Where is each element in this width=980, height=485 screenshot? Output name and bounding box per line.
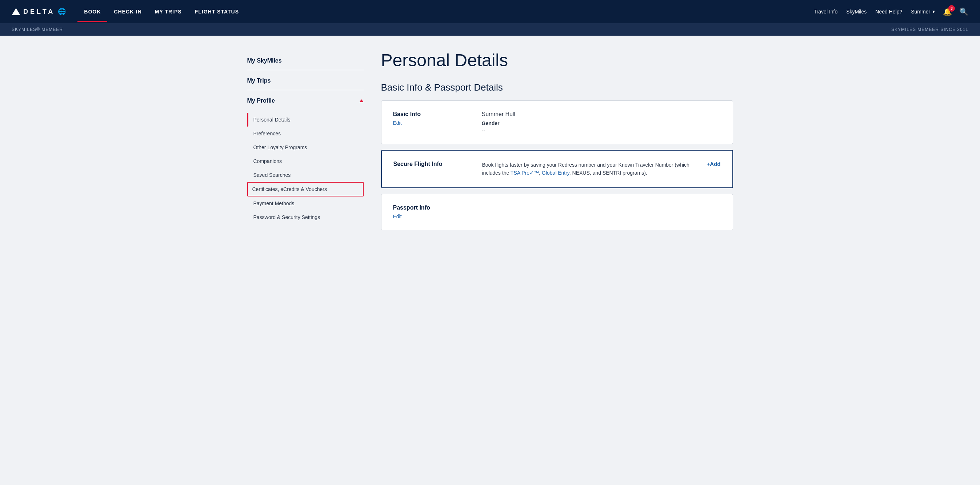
nav-item-skymiles[interactable]: SkyMiles	[846, 8, 867, 15]
page-container: My SkyMiles My Trips My Profile Personal…	[235, 36, 745, 251]
member-status-text: SKYMILES® MEMBER	[12, 27, 63, 32]
add-secure-flight-link[interactable]: +Add	[707, 161, 721, 167]
nav-item-checkin[interactable]: CHECK-IN	[107, 2, 148, 22]
sidebar-item-personal-details[interactable]: Personal Details	[247, 113, 364, 127]
user-caret-icon: ▼	[932, 10, 935, 14]
nav-item-book[interactable]: BOOK	[78, 2, 107, 22]
sidebar-item-saved-searches[interactable]: Saved Searches	[247, 168, 364, 182]
main-content: Personal Details Basic Info & Passport D…	[381, 50, 733, 236]
sidebar-item-password-security[interactable]: Password & Security Settings	[247, 210, 364, 224]
delta-triangle-icon	[12, 8, 21, 15]
global-entry-link[interactable]: Global Entry	[542, 170, 570, 176]
logo-area[interactable]: DELTA 🌐	[12, 8, 66, 16]
gender-value: --	[482, 128, 721, 134]
sidebar-profile-header[interactable]: My Profile	[247, 90, 364, 110]
passport-info-label: Passport Info	[393, 204, 473, 211]
search-icon[interactable]: 🔍	[959, 7, 968, 16]
globe-icon: 🌐	[58, 8, 66, 16]
sidebar-item-companions[interactable]: Companions	[247, 154, 364, 168]
nav-item-needhelp[interactable]: Need Help?	[875, 8, 902, 15]
secure-flight-label: Secure Flight Info	[393, 161, 474, 168]
trips-label: My Trips	[247, 78, 271, 84]
sidebar-skymiles-link[interactable]: My SkyMiles	[247, 50, 364, 70]
secondary-nav-links: Travel Info SkyMiles Need Help?	[814, 8, 902, 15]
passport-info-card: Passport Info Edit	[381, 194, 733, 230]
main-nav-links: BOOK CHECK-IN MY TRIPS FLIGHT STATUS	[78, 2, 245, 22]
basic-info-label: Basic Info	[393, 111, 473, 118]
sidebar-section-profile: My Profile Personal Details Preferences …	[247, 90, 364, 227]
secure-flight-card: Secure Flight Info Book flights faster b…	[381, 150, 733, 188]
sidebar-item-certificates[interactable]: Certificates, eCredits & Vouchers	[247, 182, 364, 196]
passport-info-label-col: Passport Info Edit	[393, 204, 473, 220]
top-navigation: DELTA 🌐 BOOK CHECK-IN MY TRIPS FLIGHT ST…	[0, 0, 980, 23]
passport-edit-link[interactable]: Edit	[393, 214, 402, 219]
secure-flight-action: +Add	[707, 161, 721, 168]
sidebar: My SkyMiles My Trips My Profile Personal…	[247, 50, 364, 236]
gender-label: Gender	[482, 120, 721, 126]
sidebar-item-payment-methods[interactable]: Payment Methods	[247, 196, 364, 210]
chevron-up-icon	[359, 99, 364, 102]
user-menu[interactable]: Summer ▼	[911, 9, 935, 14]
secure-flight-label-col: Secure Flight Info	[393, 161, 474, 169]
sidebar-profile-items: Personal Details Preferences Other Loyal…	[247, 110, 364, 227]
user-name-text: Summer	[911, 9, 930, 14]
tsa-pre-link[interactable]: TSA Pre✓™	[511, 170, 539, 176]
sidebar-section-trips: My Trips	[247, 70, 364, 90]
nav-right-controls: Summer ▼ 🔔 3 🔍	[911, 7, 968, 16]
section-title: Basic Info & Passport Details	[381, 82, 733, 93]
secure-flight-content: Book flights faster by saving your Redre…	[482, 161, 698, 177]
secure-flight-description: Book flights faster by saving your Redre…	[482, 161, 698, 177]
basic-info-content: Summer Hull Gender --	[482, 111, 721, 134]
basic-info-card: Basic Info Edit Summer Hull Gender --	[381, 101, 733, 144]
nav-item-travelinfo[interactable]: Travel Info	[814, 8, 838, 15]
page-title: Personal Details	[381, 50, 733, 70]
basic-info-label-col: Basic Info Edit	[393, 111, 473, 126]
basic-info-edit-link[interactable]: Edit	[393, 120, 402, 126]
skymiles-label: My SkyMiles	[247, 57, 282, 64]
delta-logo-text: DELTA	[23, 8, 55, 16]
sidebar-item-loyalty-programs[interactable]: Other Loyalty Programs	[247, 140, 364, 154]
user-full-name: Summer Hull	[482, 111, 721, 118]
nav-item-flightstatus[interactable]: FLIGHT STATUS	[188, 2, 245, 22]
profile-label: My Profile	[247, 97, 275, 104]
notifications-bell[interactable]: 🔔 3	[943, 7, 952, 16]
member-bar: SKYMILES® MEMBER SKYMILES MEMBER SINCE 2…	[0, 23, 980, 36]
sidebar-section-skymiles: My SkyMiles	[247, 50, 364, 70]
nav-item-mytrips[interactable]: MY TRIPS	[148, 2, 188, 22]
sidebar-item-preferences[interactable]: Preferences	[247, 127, 364, 140]
member-since-text: SKYMILES MEMBER SINCE 2011	[891, 27, 968, 32]
sidebar-trips-link[interactable]: My Trips	[247, 70, 364, 90]
notification-badge: 3	[948, 5, 955, 12]
